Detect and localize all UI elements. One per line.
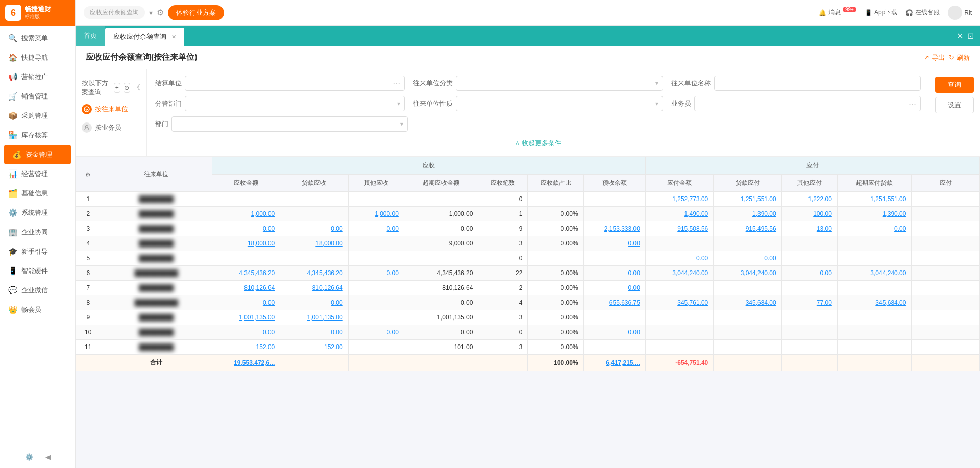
plan-by-entity-icon — [82, 104, 92, 114]
sidebar: 6 畅捷通财 标准版 🔍 搜索菜单 🏠 快捷导航 📢 营销推广 🛒 销售管理 📦… — [0, 0, 76, 468]
sidebar-item-label: 营销推广 — [21, 72, 48, 82]
filter-buttons: 查询 设置 — [929, 69, 980, 156]
plan-by-salesman-label: 按业务员 — [95, 123, 121, 132]
sales-icon: 🛒 — [8, 92, 17, 101]
logo-title: 畅捷通财 — [24, 5, 51, 13]
sidebar-bottom: ⚙️ ◀ — [0, 446, 75, 468]
settings-icon[interactable]: ⚙ — [85, 171, 91, 178]
salesman-input[interactable]: ··· — [694, 96, 921, 111]
sidebar-settings-btn[interactable]: ⚙️ — [20, 450, 38, 464]
plan-settings-btn[interactable]: ⊙ — [124, 83, 130, 93]
dept-managed-input[interactable]: ▾ — [185, 96, 405, 111]
sidebar-item-label: 快捷导航 — [21, 53, 48, 62]
sidebar-item-guide[interactable]: 🎓 新手引导 — [0, 242, 75, 261]
total-ar-prepaid[interactable]: 6,417,215.... — [583, 355, 645, 371]
table-row: 6██████████4,345,436.204,345,436.200.004… — [76, 266, 980, 281]
page-header: 应收应付余额查询(按往来单位) ↗ 导出 ↻ 刷新 — [76, 46, 980, 69]
sidebar-item-label: 库存核算 — [21, 131, 48, 140]
sidebar-item-basic[interactable]: 🗂️ 基础信息 — [0, 184, 75, 203]
app-download-label: App下载 — [874, 8, 897, 17]
plan-by-entity[interactable]: 按往来单位 — [76, 100, 146, 118]
query-button[interactable]: 查询 — [935, 77, 974, 93]
sidebar-item-quick-nav[interactable]: 🏠 快捷导航 — [0, 48, 75, 67]
add-plan-btn[interactable]: + — [114, 83, 120, 93]
total-row: 合计 19,553,472,6... 100.00% 6,417,215....… — [76, 355, 980, 371]
sidebar-collapse-btn[interactable]: ◀ — [40, 450, 56, 464]
table-row: 3████████0.000.000.000.0090.00%2,153,333… — [76, 221, 980, 236]
counterpart-category-input[interactable]: ▾ — [456, 76, 663, 91]
filter-label-text: 按以下方案查询 — [82, 79, 111, 97]
download-icon: 📱 — [865, 9, 872, 16]
tab-maximize-icon[interactable]: ⊡ — [967, 31, 974, 41]
total-ar-amount[interactable]: 19,553,472,6... — [212, 355, 280, 371]
notification-bell[interactable]: 🔔 消息 99+ — [819, 8, 856, 17]
collapse-arrow-icon: ∧ — [514, 139, 522, 147]
sidebar-item-member[interactable]: 👑 畅会员 — [0, 300, 75, 319]
svg-point-0 — [84, 107, 89, 112]
tab-close-icon[interactable]: ✕ — [172, 34, 176, 40]
filter-counterpart-category: 往来单位分类 ▾ — [413, 76, 663, 91]
member-icon: 👑 — [8, 305, 17, 314]
sidebar-item-corp[interactable]: 🏢 企业协同 — [0, 223, 75, 242]
corp-icon: 🏢 — [8, 228, 17, 237]
sidebar-item-wechat[interactable]: 💬 企业微信 — [0, 281, 75, 300]
counterpart-name-input[interactable] — [714, 76, 921, 91]
tab-ar-ap[interactable]: 应收应付余额查询 ✕ — [105, 28, 184, 46]
filter-salesman: 业务员 ··· — [671, 96, 921, 111]
tab-close-window-icon[interactable]: ✕ — [957, 31, 963, 41]
table-row: 1████████01,252,773.001,251,551.001,222.… — [76, 192, 980, 207]
th-ar-ratio: 应收款占比 — [528, 175, 583, 192]
sidebar-item-hardware[interactable]: 📱 智能硬件 — [0, 261, 75, 281]
dropdown-arrow-icon: ▾ — [655, 80, 658, 87]
online-service-btn[interactable]: 🎧 在线客服 — [905, 8, 940, 17]
sidebar-item-label: 智能硬件 — [21, 266, 48, 276]
sidebar-item-search[interactable]: 🔍 搜索菜单 — [0, 29, 75, 48]
table-row: 8██████████0.000.000.0040.00%655,636.753… — [76, 295, 980, 310]
plan-by-salesman[interactable]: 按业务员 — [76, 118, 146, 137]
sidebar-item-inventory[interactable]: 🏪 库存核算 — [0, 126, 75, 145]
notification-badge: 99+ — [843, 7, 856, 12]
settings-gear-icon[interactable]: ⚙ — [157, 8, 164, 17]
department-input[interactable]: ▾ — [172, 116, 408, 132]
sidebar-item-label: 新手引导 — [21, 247, 48, 256]
export-button[interactable]: ↗ 导出 — [924, 53, 945, 62]
total-ar-ratio: 100.00% — [528, 355, 583, 371]
plan-arrow-btn[interactable]: 《 — [133, 83, 140, 92]
filter-collapse-btn[interactable]: ∧ 收起更多条件 — [155, 137, 921, 150]
sidebar-item-purchase[interactable]: 📦 采购管理 — [0, 106, 75, 126]
sidebar-item-label: 系统管理 — [21, 208, 48, 217]
settlement-unit-input[interactable]: ··· — [185, 76, 405, 91]
sidebar-item-system[interactable]: ⚙️ 系统管理 — [0, 203, 75, 223]
counterpart-nature-label: 往来单位性质 — [413, 99, 453, 108]
page-title: 应收应付余额查询(按往来单位) — [86, 52, 198, 63]
refresh-button[interactable]: ↻ 刷新 — [949, 53, 970, 62]
hardware-icon: 📱 — [8, 266, 17, 276]
th-ap-overdue: 超期应付贷款 — [837, 175, 912, 192]
th-ar-amount: 应收金额 — [212, 175, 280, 192]
online-service-label: 在线客服 — [915, 8, 940, 17]
promo-button[interactable]: 体验行业方案 — [168, 5, 224, 20]
logo-subtitle: 标准版 — [24, 13, 51, 20]
th-ar-prepaid: 预收余额 — [583, 175, 645, 192]
nav-arrow-down[interactable]: ▾ — [149, 9, 153, 17]
filter-label-row: 按以下方案查询 + ⊙ 《 — [76, 76, 146, 100]
user-avatar[interactable]: Rit — [948, 6, 972, 20]
dropdown-arrow-icon4: ▾ — [400, 120, 403, 128]
sidebar-item-marketing[interactable]: 📢 营销推广 — [0, 67, 75, 87]
app-download-btn[interactable]: 📱 App下载 — [865, 8, 897, 17]
th-ar-count: 应收笔数 — [478, 175, 528, 192]
counterpart-nature-input[interactable]: ▾ — [456, 96, 663, 111]
tab-home[interactable]: 首页 — [76, 26, 105, 46]
setting-button[interactable]: 设置 — [935, 97, 974, 113]
th-ap-extra: 应付 — [912, 175, 980, 192]
sidebar-item-label: 经营管理 — [21, 169, 48, 179]
guide-icon: 🎓 — [8, 247, 17, 256]
table-row: 2████████1,000.001,000.001,000.0010.00%1… — [76, 207, 980, 221]
tab-bar: 首页 应收应付余额查询 ✕ ✕ ⊡ — [76, 26, 980, 46]
table-row: 7████████810,126.64810,126.64810,126.642… — [76, 281, 980, 295]
bell-icon: 🔔 — [819, 9, 826, 16]
sidebar-item-sales[interactable]: 🛒 销售管理 — [0, 87, 75, 106]
sidebar-item-operation[interactable]: 📊 经营管理 — [0, 164, 75, 184]
th-settings[interactable]: ⚙ — [76, 157, 101, 192]
sidebar-item-finance[interactable]: 💰 资金管理 — [4, 145, 71, 164]
